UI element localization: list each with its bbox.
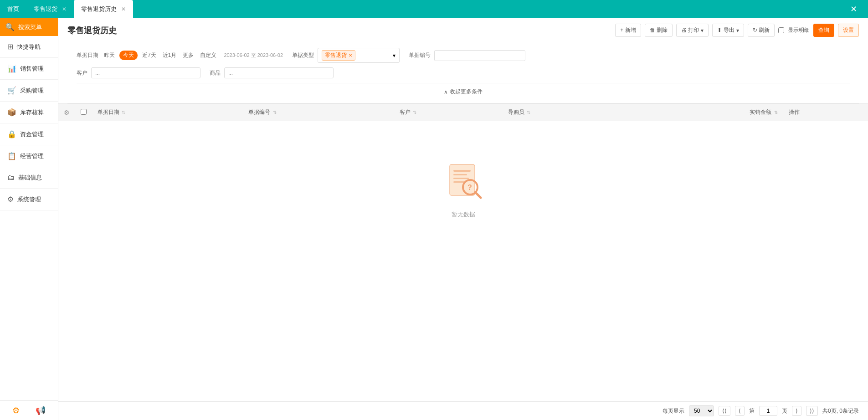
last1m-shortcut[interactable]: 近1月 [161,51,179,60]
next-page-button[interactable]: ⟩ [792,406,801,416]
pagination-bar: 每页显示 20 50 100 200 ⟨⟨ ⟨ 第 页 ⟩ ⟩⟩ 共0页, 0条… [58,401,868,420]
yesterday-shortcut[interactable]: 昨天 [102,51,117,60]
today-shortcut[interactable]: 今天 [119,51,138,60]
toolbar-buttons: + 新增 🗑 删除 🖨 打印 ▾ ⬆ 导出 ▾ ↻ 刷新 显示明细 [615,24,859,37]
doc-type-dropdown-icon[interactable]: ▾ [393,52,395,59]
tab-retail-return[interactable]: 零售退货 ✕ [26,0,74,18]
date-filter-label: 单据日期 [77,51,98,59]
per-page-select[interactable]: 20 50 100 200 [689,405,714,416]
sales-mgmt-icon: 📊 [7,64,16,73]
last-page-button[interactable]: ⟩⟩ [806,406,818,416]
content-area: 零售退货历史 + 新增 🗑 删除 🖨 打印 ▾ ⬆ 导出 ▾ ↻ 刷新 [58,18,868,420]
tab-retail-return-close[interactable]: ✕ [62,6,67,12]
settings-button[interactable]: 设置 [838,24,859,37]
custom-shortcut[interactable]: 自定义 [198,51,218,60]
col-customer[interactable]: 客户 ⇅ [394,104,503,121]
doc-type-tag-close[interactable]: ✕ [349,53,352,58]
ops-icon: 📋 [7,152,16,160]
svg-rect-1 [453,170,471,172]
display-toggle-checkbox[interactable] [778,27,784,33]
sidebar-item-label: 经营管理 [20,152,44,160]
doc-type-tag: 零售退货 ✕ [322,50,355,61]
sidebar: 🔍 搜索菜单 ⊞ 快捷导航 📊 销售管理 🛒 采购管理 📦 库存核算 🔒 [0,18,58,420]
col-actions: 操作 [783,104,868,121]
select-all-checkbox[interactable] [81,109,87,115]
sidebar-item-purchase-mgmt[interactable]: 🛒 采购管理 [0,80,58,102]
table-wrapper: ⚙ 单据日期 ⇅ 单据编号 ⇅ [58,104,868,401]
finance-icon: 🔒 [7,130,16,138]
collapse-button[interactable]: ∧ 收起更多条件 [437,86,490,97]
col-doc-date[interactable]: 单据日期 ⇅ [92,104,243,121]
goods-input[interactable] [224,67,334,78]
tab-retail-return-history[interactable]: 零售退货历史 ✕ [74,0,133,18]
sidebar-item-base-info[interactable]: 🗂 基础信息 [0,167,58,189]
sidebar-bottom: ⚙ 📢 [0,400,58,420]
sidebar-item-inventory[interactable]: 📦 库存核算 [0,102,58,123]
date-shortcuts: 昨天 今天 近7天 近1月 更多 自定义 [102,51,218,60]
speaker-icon[interactable]: 📢 [36,405,46,415]
col-doc-no[interactable]: 单据编号 ⇅ [243,104,394,121]
sidebar-item-sys-mgmt[interactable]: ⚙ 系统管理 [0,189,58,210]
svg-text:?: ? [467,184,472,191]
sidebar-search[interactable]: 🔍 搜索菜单 [0,18,58,36]
settings-gear-icon[interactable]: ⚙ [12,405,20,415]
svg-rect-2 [453,174,467,175]
first-page-button[interactable]: ⟨⟨ [719,406,730,416]
delete-button[interactable]: 🗑 删除 [645,24,673,37]
page-label: 第 [749,407,755,415]
sidebar-item-label: 销售管理 [20,65,44,73]
col-settings[interactable]: ⚙ [58,104,75,121]
tab-retail-return-history-close[interactable]: ✕ [121,6,126,12]
search-icon: 🔍 [5,23,15,31]
prev-page-button[interactable]: ⟨ [735,406,745,416]
date-filter-group: 单据日期 昨天 今天 近7天 近1月 更多 自定义 2023-06-02 至 2… [77,51,283,60]
col-checkbox[interactable] [75,104,92,121]
new-button[interactable]: + 新增 [615,24,641,37]
col-guide[interactable]: 导购员 ⇅ [503,104,632,121]
tab-list: 首页 零售退货 ✕ 零售退货历史 ✕ [0,0,847,18]
page-of-label: 页 [782,407,787,415]
col-actual-amount[interactable]: 实销金额 ⇅ [632,104,783,121]
last7-shortcut[interactable]: 近7天 [140,51,158,60]
svg-rect-4 [453,181,464,183]
top-bar-right: ✕ [847,4,868,14]
date-range-text: 2023-06-02 至 2023-06-02 [224,52,283,59]
query-button[interactable]: 查询 [813,24,834,37]
empty-state-icon: ? [441,158,486,203]
sidebar-item-label: 资金管理 [20,130,44,138]
sidebar-search-label: 搜索菜单 [18,23,42,31]
doc-no-label: 单据编号 [409,51,431,59]
quick-nav-icon: ⊞ [7,42,13,51]
refresh-button[interactable]: ↻ 刷新 [748,24,775,37]
sidebar-item-label: 库存核算 [20,108,44,117]
per-page-label: 每页显示 [663,407,684,415]
column-settings-icon[interactable]: ⚙ [64,109,70,116]
print-dropdown-icon[interactable]: ▾ [701,27,704,34]
customer-input[interactable] [91,67,200,78]
sidebar-item-ops-mgmt[interactable]: 📋 经营管理 [0,145,58,167]
doc-type-select[interactable]: 零售退货 ✕ ▾ [318,48,400,63]
display-toggle[interactable]: 显示明细 [778,26,810,34]
filter-row-1: 单据日期 昨天 今天 近7天 近1月 更多 自定义 2023-06-02 至 2… [77,48,850,63]
base-info-icon: 🗂 [7,174,15,182]
table-header-row: ⚙ 单据日期 ⇅ 单据编号 ⇅ [58,104,868,121]
filter-area: 单据日期 昨天 今天 近7天 近1月 更多 自定义 2023-06-02 至 2… [67,42,859,103]
sidebar-item-finance-mgmt[interactable]: 🔒 资金管理 [0,123,58,145]
export-dropdown-icon[interactable]: ▾ [736,27,739,34]
doc-type-label: 单据类型 [292,51,314,59]
print-button[interactable]: 🖨 打印 ▾ [676,24,709,37]
goods-filter-group: 商品 [210,67,334,78]
tab-home[interactable]: 首页 [0,0,26,18]
more-shortcut[interactable]: 更多 [181,51,195,60]
sidebar-item-quick-nav[interactable]: ⊞ 快捷导航 [0,36,58,58]
table-body: ? 暂无数据 [58,121,868,256]
sidebar-item-sales-mgmt[interactable]: 📊 销售管理 [0,58,58,80]
page-title-row: 零售退货历史 + 新增 🗑 删除 🖨 打印 ▾ ⬆ 导出 ▾ ↻ 刷新 [67,24,859,37]
window-close-button[interactable]: ✕ [847,4,861,14]
page-header: 零售退货历史 + 新增 🗑 删除 🖨 打印 ▾ ⬆ 导出 ▾ ↻ 刷新 [58,18,868,104]
doc-no-input[interactable] [434,50,525,61]
page-input[interactable] [759,406,777,416]
sidebar-item-label: 快捷导航 [17,43,41,51]
customer-sort-icon: ⇅ [413,110,416,115]
export-button[interactable]: ⬆ 导出 ▾ [712,24,744,37]
